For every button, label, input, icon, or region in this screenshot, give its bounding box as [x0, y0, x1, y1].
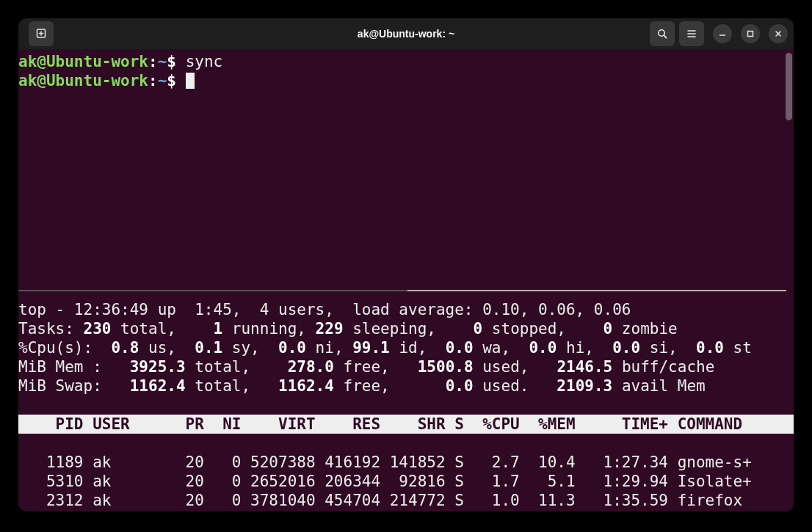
search-button[interactable]: [650, 21, 675, 46]
prompt-dollar: $: [167, 72, 176, 90]
top-process-row: 1404 ak 20 0 323688 11976 7200 S 0.3 0.3…: [18, 511, 752, 511]
minimize-button[interactable]: [713, 24, 732, 43]
close-button[interactable]: [769, 24, 788, 43]
new-tab-button[interactable]: [29, 21, 54, 46]
terminal-window: ak@Ubuntu-work: ~ ak@Ubuntu-work:~$ sync…: [18, 18, 794, 511]
top-process-row: 2312 ak 20 0 3781040 454704 214772 S 1.0…: [18, 492, 742, 509]
top-summary-tasks: Tasks: 230 total, 1 running, 229 sleepin…: [18, 320, 678, 338]
terminal-body[interactable]: ak@Ubuntu-work:~$ sync ak@Ubuntu-work:~$…: [18, 49, 794, 511]
top-summary-cpu: %Cpu(s): 0.8 us, 0.1 sy, 0.0 ni, 99.1 id…: [18, 339, 752, 357]
top-summary-mem: MiB Mem : 3925.3 total, 278.0 free, 1500…: [18, 358, 714, 376]
minimize-icon: [718, 29, 727, 38]
terminal-cursor: [186, 73, 195, 89]
search-icon: [656, 28, 668, 40]
top-process-row: 1189 ak 20 0 5207388 416192 141852 S 2.7…: [18, 453, 752, 471]
titlebar: ak@Ubuntu-work: ~: [18, 18, 794, 49]
prompt-path: ~: [158, 53, 167, 70]
pane-divider[interactable]: [18, 290, 786, 291]
prompt-separator: :: [148, 53, 158, 70]
prompt-separator: :: [148, 72, 158, 90]
top-columns-header: PID USER PR NI VIRT RES SHR S %CPU %MEM …: [18, 415, 794, 434]
top-summary-swap: MiB Swap: 1162.4 total, 1162.4 free, 0.0…: [18, 377, 706, 395]
hamburger-menu-button[interactable]: [679, 21, 704, 46]
top-summary-uptime: top - 12:36:49 up 1:45, 4 users, load av…: [18, 301, 631, 318]
svg-rect-7: [748, 32, 753, 37]
close-icon: [774, 29, 783, 38]
maximize-button[interactable]: [741, 24, 760, 43]
top-process-row: 5310 ak 20 0 2652016 206344 92816 S 1.7 …: [18, 473, 752, 490]
maximize-icon: [746, 29, 755, 38]
prompt-dollar: $: [167, 53, 176, 70]
upper-pane[interactable]: ak@Ubuntu-work:~$ sync ak@Ubuntu-work:~$: [18, 49, 794, 290]
command-text: sync: [186, 53, 223, 70]
svg-line-2: [664, 35, 666, 37]
lower-pane-top[interactable]: top - 12:36:49 up 1:45, 4 users, load av…: [18, 293, 794, 511]
hamburger-icon: [686, 28, 697, 40]
prompt-user-host: ak@Ubuntu-work: [18, 72, 148, 90]
prompt-path: ~: [158, 72, 167, 90]
prompt-user-host: ak@Ubuntu-work: [18, 53, 148, 70]
